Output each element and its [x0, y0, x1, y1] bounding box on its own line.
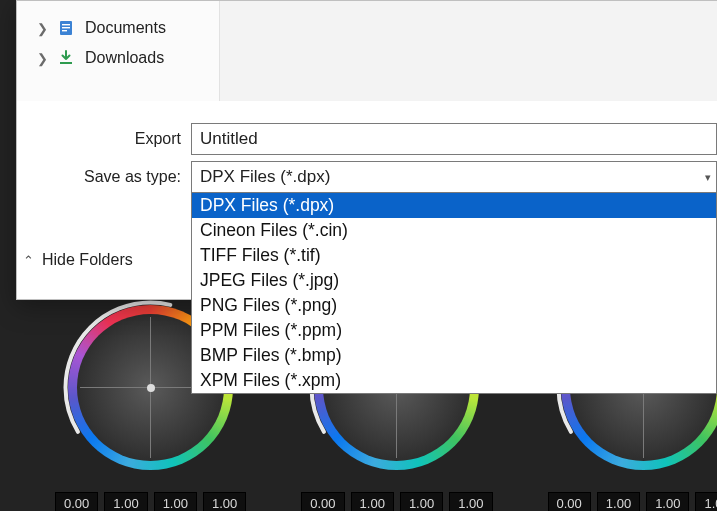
folder-label: Documents	[85, 19, 166, 37]
export-label: Export	[17, 130, 191, 148]
filetype-option[interactable]: PPM Files (*.ppm)	[192, 318, 716, 343]
folder-tree: ❯ Documents ❯ Downloads	[17, 1, 219, 101]
export-row: Export	[17, 123, 717, 155]
svg-rect-7	[60, 62, 72, 64]
filetype-option[interactable]: DPX Files (*.dpx)	[192, 193, 716, 218]
filetype-option[interactable]: PNG Files (*.png)	[192, 293, 716, 318]
export-dialog: ❯ Documents ❯ Downloads Export Save as t…	[16, 0, 717, 300]
value-box[interactable]: 0.00	[548, 492, 591, 511]
wheel-values: 0.00 1.00 1.00 1.00	[548, 492, 718, 511]
file-pane	[219, 1, 717, 101]
wheel-values: 0.00 1.00 1.00 1.00	[55, 492, 246, 511]
save-as-type-label: Save as type:	[17, 168, 191, 186]
form-area: Export Save as type: DPX Files (*.dpx) ▾…	[17, 101, 717, 299]
downloads-icon	[57, 49, 75, 67]
value-box[interactable]: 0.00	[55, 492, 98, 511]
folder-item-documents[interactable]: ❯ Documents	[17, 13, 219, 43]
value-box[interactable]: 1.00	[400, 492, 443, 511]
hide-folders-toggle[interactable]: ⌃ Hide Folders	[23, 251, 133, 269]
value-box[interactable]: 1.00	[695, 492, 717, 511]
value-box[interactable]: 0.00	[301, 492, 344, 511]
export-filename-input[interactable]	[191, 123, 717, 155]
value-box[interactable]: 1.00	[203, 492, 246, 511]
filetype-option[interactable]: XPM Files (*.xpm)	[192, 368, 716, 393]
folder-item-downloads[interactable]: ❯ Downloads	[17, 43, 219, 73]
wheel-handle[interactable]	[147, 384, 155, 392]
value-box[interactable]: 1.00	[646, 492, 689, 511]
filetype-option[interactable]: TIFF Files (*.tif)	[192, 243, 716, 268]
save-as-type-row: Save as type: DPX Files (*.dpx) ▾ DPX Fi…	[17, 161, 717, 193]
value-box[interactable]: 1.00	[154, 492, 197, 511]
save-as-type-value: DPX Files (*.dpx)	[200, 167, 330, 187]
wheel-values: 0.00 1.00 1.00 1.00	[301, 492, 492, 511]
svg-rect-6	[62, 30, 67, 31]
documents-icon	[57, 19, 75, 37]
filetype-option[interactable]: JPEG Files (*.jpg)	[192, 268, 716, 293]
svg-rect-5	[62, 27, 70, 28]
chevron-up-icon: ⌃	[23, 253, 34, 268]
value-box[interactable]: 1.00	[449, 492, 492, 511]
chevron-right-icon: ❯	[37, 51, 47, 66]
chevron-right-icon: ❯	[37, 21, 47, 36]
filetype-option[interactable]: BMP Files (*.bmp)	[192, 343, 716, 368]
save-as-type-select[interactable]: DPX Files (*.dpx) ▾ DPX Files (*.dpx) Ci…	[191, 161, 717, 193]
value-box[interactable]: 1.00	[597, 492, 640, 511]
filetype-option[interactable]: Cineon Files (*.cin)	[192, 218, 716, 243]
svg-rect-4	[62, 24, 70, 25]
folder-label: Downloads	[85, 49, 164, 67]
value-box[interactable]: 1.00	[104, 492, 147, 511]
hide-folders-label: Hide Folders	[42, 251, 133, 269]
value-box[interactable]: 1.00	[351, 492, 394, 511]
save-as-type-dropdown: DPX Files (*.dpx) Cineon Files (*.cin) T…	[191, 192, 717, 394]
chevron-down-icon: ▾	[705, 171, 711, 184]
